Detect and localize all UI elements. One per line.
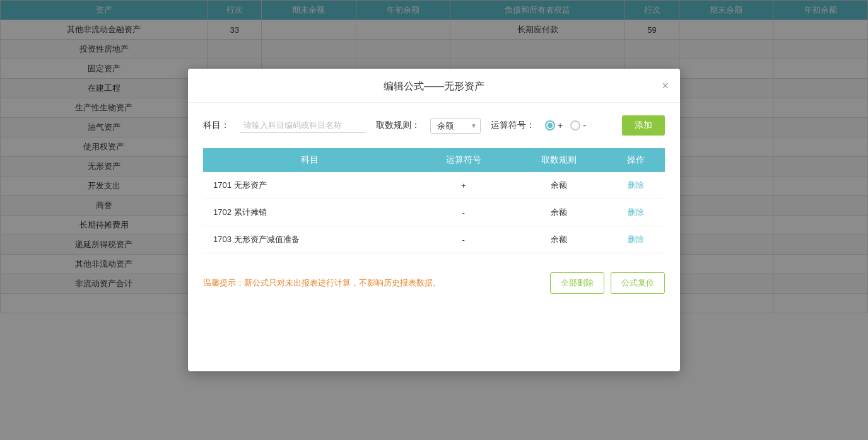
- operator-plus-label: +: [558, 120, 563, 130]
- subject-label: 科目：: [203, 120, 230, 131]
- modal-overlay: 编辑公式——无形资产 × 科目： 取数规则： 余额 借方 贷方 ▼ 运算符号： …: [0, 0, 868, 440]
- col-operator: 运算符号: [416, 148, 511, 172]
- formula-rule: 余额: [511, 199, 606, 226]
- formula-subject: 1703 无形资产减值准备: [203, 226, 416, 253]
- formula-rule: 余额: [511, 226, 606, 253]
- formula-subject: 1702 累计摊销: [203, 199, 416, 226]
- modal-close-button[interactable]: ×: [662, 80, 669, 91]
- tip-text: 温馨提示：新公式只对未出报表进行计算，不影响历史报表数据。: [203, 277, 441, 289]
- operator-label: 运算符号：: [491, 120, 535, 131]
- operator-plus-radio[interactable]: +: [545, 120, 563, 130]
- col-subject: 科目: [203, 148, 416, 172]
- modal-header: 编辑公式——无形资产 ×: [188, 69, 680, 103]
- rule-select-wrap: 余额 借方 贷方 ▼: [430, 118, 481, 134]
- subject-input[interactable]: [240, 118, 366, 133]
- operator-radio-group: + -: [545, 120, 586, 130]
- modal-footer: 温馨提示：新公式只对未出报表进行计算，不影响历史报表数据。 全部删除 公式复位: [188, 260, 680, 294]
- formula-operator: +: [416, 172, 511, 199]
- rule-select[interactable]: 余额 借方 贷方: [430, 118, 481, 134]
- add-button[interactable]: 添加: [622, 115, 665, 136]
- formula-operator: -: [416, 199, 511, 226]
- operator-minus-label: -: [583, 120, 586, 130]
- radio-plus-circle: [545, 120, 555, 130]
- delete-row-button[interactable]: 删除: [628, 180, 644, 191]
- col-rule: 取数规则: [511, 148, 606, 172]
- formula-rule: 余额: [511, 172, 606, 199]
- operator-minus-radio[interactable]: -: [570, 120, 586, 130]
- delete-row-button[interactable]: 删除: [628, 234, 644, 245]
- delete-all-button[interactable]: 全部删除: [550, 272, 604, 294]
- rule-label: 取数规则：: [376, 120, 420, 131]
- footer-buttons: 全部删除 公式复位: [550, 272, 665, 294]
- formula-table-row: 1703 无形资产减值准备 - 余额 删除: [203, 226, 665, 253]
- edit-formula-modal: 编辑公式——无形资产 × 科目： 取数规则： 余额 借方 贷方 ▼ 运算符号： …: [188, 69, 680, 371]
- formula-action: 删除: [607, 172, 665, 199]
- radio-minus-circle: [570, 120, 580, 130]
- modal-title: 编辑公式——无形资产: [384, 80, 484, 93]
- formula-table-row: 1701 无形资产 + 余额 删除: [203, 172, 665, 199]
- delete-row-button[interactable]: 删除: [628, 207, 644, 218]
- formula-table: 科目 运算符号 取数规则 操作 1701 无形资产 + 余额 删除 1702 累…: [203, 148, 665, 253]
- form-row: 科目： 取数规则： 余额 借方 贷方 ▼ 运算符号： + -: [188, 103, 680, 146]
- reset-formula-button[interactable]: 公式复位: [611, 272, 665, 294]
- formula-action: 删除: [607, 199, 665, 226]
- formula-table-row: 1702 累计摊销 - 余额 删除: [203, 199, 665, 226]
- data-table-wrap: 科目 运算符号 取数规则 操作 1701 无形资产 + 余额 删除 1702 累…: [188, 148, 680, 253]
- col-action: 操作: [607, 148, 665, 172]
- formula-subject: 1701 无形资产: [203, 172, 416, 199]
- formula-operator: -: [416, 226, 511, 253]
- formula-action: 删除: [607, 226, 665, 253]
